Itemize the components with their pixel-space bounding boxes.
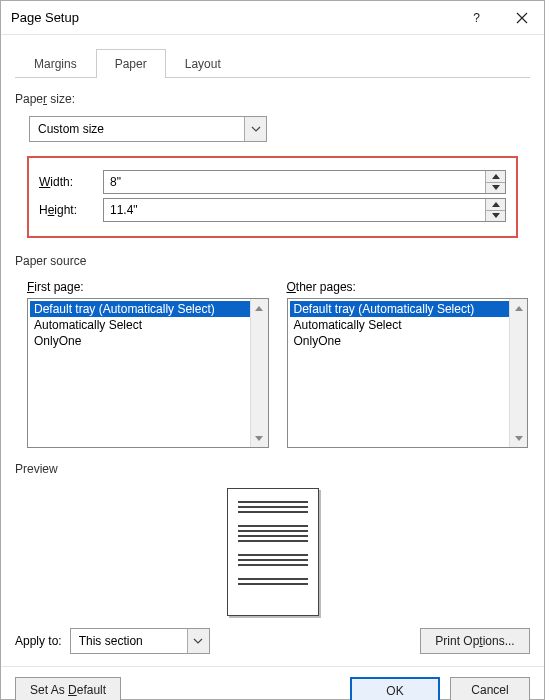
preview-label: Preview [15, 462, 530, 476]
tabs: Margins Paper Layout [15, 49, 530, 78]
apply-to-value: This section [71, 634, 187, 648]
apply-to-select[interactable]: This section [70, 628, 210, 654]
scroll-up-icon[interactable] [510, 299, 527, 317]
print-options-button[interactable]: Print Options... [420, 628, 530, 654]
width-value: 8" [104, 171, 485, 193]
height-down-button[interactable] [486, 211, 505, 222]
width-up-button[interactable] [486, 171, 505, 183]
page-setup-dialog: Page Setup ? Margins Paper Layout Paper … [0, 0, 545, 700]
list-item[interactable]: Default tray (Automatically Select) [30, 301, 266, 317]
window-title: Page Setup [11, 10, 454, 25]
dialog-footer: Set As Default OK Cancel [1, 666, 544, 700]
set-default-button[interactable]: Set As Default [15, 677, 121, 700]
tab-layout[interactable]: Layout [166, 49, 240, 78]
height-label: Height: [39, 203, 95, 217]
chevron-down-icon [244, 117, 266, 141]
width-down-button[interactable] [486, 183, 505, 194]
paper-size-value: Custom size [30, 122, 244, 136]
width-label: Width: [39, 175, 95, 189]
height-up-button[interactable] [486, 199, 505, 211]
dimensions-highlight: Width: 8" Height: 11.4" [27, 156, 518, 238]
list-item[interactable]: Automatically Select [30, 317, 266, 333]
width-input[interactable]: 8" [103, 170, 506, 194]
list-item[interactable]: Automatically Select [290, 317, 526, 333]
triangle-up-icon [492, 174, 500, 179]
list-item[interactable]: OnlyOne [30, 333, 266, 349]
close-icon [516, 12, 528, 24]
height-value: 11.4" [104, 199, 485, 221]
close-button[interactable] [499, 1, 544, 35]
scroll-down-icon[interactable] [510, 429, 527, 447]
scroll-down-icon[interactable] [251, 429, 268, 447]
list-item[interactable]: OnlyOne [290, 333, 526, 349]
scrollbar[interactable] [509, 299, 527, 447]
other-pages-listbox[interactable]: Default tray (Automatically Select) Auto… [287, 298, 529, 448]
paper-source-label: Paper source [15, 254, 530, 268]
page-preview [227, 488, 319, 616]
triangle-up-icon [492, 202, 500, 207]
apply-to-label: Apply to: [15, 634, 62, 648]
triangle-down-icon [492, 185, 500, 190]
titlebar: Page Setup ? [1, 1, 544, 35]
paper-size-select[interactable]: Custom size [29, 116, 267, 142]
chevron-down-icon [187, 629, 209, 653]
first-page-label: First page: [27, 280, 269, 294]
cancel-button[interactable]: Cancel [450, 677, 530, 700]
help-button[interactable]: ? [454, 1, 499, 35]
ok-button[interactable]: OK [350, 677, 440, 700]
scrollbar[interactable] [250, 299, 268, 447]
triangle-down-icon [492, 213, 500, 218]
scroll-up-icon[interactable] [251, 299, 268, 317]
paper-size-label: Paper size: [15, 92, 530, 106]
height-input[interactable]: 11.4" [103, 198, 506, 222]
tab-margins[interactable]: Margins [15, 49, 96, 78]
other-pages-label: Other pages: [287, 280, 529, 294]
first-page-listbox[interactable]: Default tray (Automatically Select) Auto… [27, 298, 269, 448]
list-item[interactable]: Default tray (Automatically Select) [290, 301, 526, 317]
tab-paper[interactable]: Paper [96, 49, 166, 78]
